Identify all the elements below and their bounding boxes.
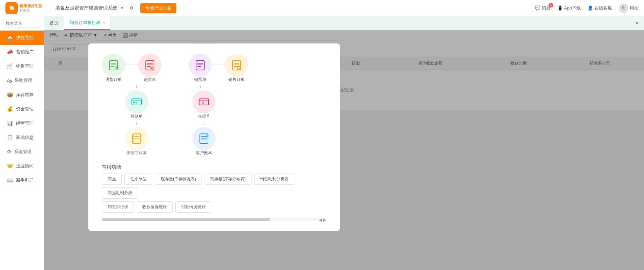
- sidebar: 🏠 快捷导航 📣 营销推广 🛒 销售管理 🛍 采购管理 📦 库存核算 💰: [0, 16, 44, 270]
- sidebar-label-marketing: 营销推广: [16, 49, 34, 55]
- flow-item-supplier-ledger[interactable]: 供应商账本: [125, 127, 148, 156]
- app-wrapper: 畅 畅康通好生意 标准版 装备及固定资产辅助管理系统 ▼ ⚙ 体验行业方案 💬 …: [0, 0, 644, 270]
- window-close-icon[interactable]: ×: [630, 20, 644, 26]
- user-area[interactable]: 用 用友: [619, 3, 639, 13]
- func-btn-partner[interactable]: 往来单位: [124, 174, 152, 185]
- sales-bill-label: 销货单: [194, 77, 206, 83]
- modal-scrollbar-area: ◀ ▶: [102, 218, 326, 221]
- purchase-order-circle: [102, 54, 125, 77]
- sidebar-label-purchase: 采购管理: [15, 77, 32, 84]
- logo-icon: 畅: [5, 2, 18, 14]
- sidebar-item-finance[interactable]: 💰 资金管理: [0, 102, 44, 116]
- sp-a: [102, 83, 125, 90]
- sidebar-item-sales[interactable]: 🛒 销售管理: [0, 59, 44, 73]
- search-input[interactable]: [3, 19, 41, 28]
- func-buttons-row1: 商品 往来单位 现存量(库存状况表) 现存量(库存分布表) 销售毛利分析表 商品…: [102, 174, 326, 199]
- flow-arrows-down2: ↓ ↓: [102, 119, 326, 126]
- func-btn-sales-rank[interactable]: 销售排行榜: [102, 201, 134, 213]
- modal-overlay[interactable]: 进货订单 - - - - → 进货单: [44, 30, 644, 270]
- sidebar-label-guide: 新手引导: [16, 177, 34, 183]
- down-arrow-payment: ↓: [125, 119, 148, 126]
- flow-section: 进货订单 - - - - → 进货单: [102, 54, 326, 156]
- system-title-text: 装备及固定资产辅助管理系统: [55, 5, 117, 11]
- flow-item-sales-bill[interactable]: 销货单: [189, 54, 212, 83]
- app-download-button[interactable]: 📱 App下载: [557, 5, 581, 11]
- down-arrow-purchase: ↓: [125, 83, 148, 90]
- customer-ledger-circle: [192, 127, 215, 150]
- basic-icon: 📋: [7, 134, 13, 141]
- flow-row-2: ¥ 付款单 ¥: [102, 90, 326, 119]
- sidebar-label-collab: 企业协同: [16, 163, 34, 169]
- flow-item-customer-ledger[interactable]: 客户账本: [192, 127, 215, 156]
- sales-order-label: 销售订单: [228, 77, 245, 83]
- purchase-order-label: 进货订单: [105, 77, 122, 83]
- receipt-bill-circle: ¥: [192, 90, 215, 113]
- receipt-bill-label: 收款单: [198, 113, 210, 119]
- scroll-left-icon[interactable]: ◀: [319, 217, 322, 222]
- flow-item-receipt-bill[interactable]: ¥ 收款单: [192, 90, 215, 119]
- trial-button[interactable]: 体验行业方案: [140, 3, 176, 13]
- svg-rect-16: [237, 67, 240, 69]
- top-right-actions: 💬 消息 5 📱 App下载 👤 在线客服 用 用友: [535, 3, 639, 13]
- sidebar-label-inventory: 库存核算: [16, 92, 34, 98]
- inventory-icon: 📦: [7, 92, 13, 98]
- scroll-right-icon[interactable]: ▶: [323, 217, 326, 222]
- flow-item-payment-bill[interactable]: ¥ 付款单: [125, 90, 148, 119]
- sidebar-label-basic: 基础信息: [16, 134, 34, 141]
- sidebar-label-sales: 销售管理: [16, 63, 34, 69]
- operations-icon: 📊: [7, 120, 13, 126]
- common-func-section: 常用功能 商品 往来单位 现存量(库存状况表) 现存量(库存分布表) 销售毛利分…: [102, 164, 326, 213]
- finance-icon: 💰: [7, 106, 13, 112]
- tab-home[interactable]: 首页: [44, 16, 64, 30]
- system-icon: ⚙: [7, 149, 11, 155]
- sp-f: [148, 119, 192, 126]
- payment-bill-circle: ¥: [125, 90, 148, 113]
- sales-icon: 🛒: [7, 63, 13, 69]
- sidebar-item-inventory[interactable]: 📦 库存核算: [0, 88, 44, 102]
- supplier-ledger-circle: [125, 127, 148, 150]
- home-icon: 🏠: [7, 35, 13, 41]
- tab-sales-order[interactable]: 销售订单执行表 ×: [64, 16, 110, 30]
- svg-rect-28: [133, 134, 134, 143]
- tab-bar: 首页 销售订单执行表 × ×: [44, 16, 644, 30]
- flow-item-purchase-order[interactable]: 进货订单: [102, 54, 125, 83]
- sidebar-item-basic[interactable]: 📋 基础信息: [0, 130, 44, 145]
- func-btn-goods[interactable]: 商品: [102, 174, 122, 185]
- scrollbar-thumb[interactable]: [102, 218, 270, 221]
- arrow-h2: ← - - - -: [212, 62, 225, 67]
- sidebar-item-quick-nav[interactable]: 🏠 快捷导航: [0, 31, 44, 45]
- flow-item-sales-order[interactable]: 销售订单: [225, 54, 248, 83]
- message-button[interactable]: 💬 消息 5: [535, 5, 551, 11]
- svg-text:¥: ¥: [202, 101, 204, 105]
- sidebar-item-purchase[interactable]: 🛍 采购管理: [0, 73, 44, 88]
- func-btn-sales-profit[interactable]: 销售毛利分析表: [254, 174, 294, 185]
- sales-bill-circle: [189, 54, 212, 77]
- top-bar: 畅 畅康通好生意 标准版 装备及固定资产辅助管理系统 ▼ ⚙ 体验行业方案 💬 …: [0, 0, 644, 16]
- sidebar-item-operations[interactable]: 📊 经营管理: [0, 116, 44, 130]
- func-btn-stock-status[interactable]: 现存量(库存状况表): [155, 174, 202, 185]
- sp-e: [102, 119, 125, 126]
- marketing-icon: 📣: [7, 49, 13, 55]
- logo-area: 畅 畅康通好生意 标准版: [5, 2, 50, 14]
- tab-close-icon[interactable]: ×: [103, 21, 105, 25]
- sidebar-item-collab[interactable]: 🤝 企业协同: [0, 159, 44, 173]
- guide-icon: 📖: [7, 177, 13, 183]
- system-dropdown-icon[interactable]: ▼: [120, 6, 124, 11]
- sidebar-item-system[interactable]: ⚙ 系统管理: [0, 145, 44, 159]
- func-btn-payment-stats[interactable]: 付款情况统计: [175, 201, 211, 213]
- flow-item-purchase-bill[interactable]: 进货单: [138, 54, 161, 83]
- func-btn-stock-dist[interactable]: 现存量(库存分布表): [205, 174, 251, 185]
- top-sep: [51, 5, 51, 12]
- page-content: 帮助 🖨按模板打印▼ ↗导出 🔄刷新 📅 单据状态 更多条件 查询 设置: [44, 30, 644, 270]
- sidebar-item-marketing[interactable]: 📣 营销推广: [0, 45, 44, 59]
- settings-icon[interactable]: ⚙: [127, 3, 136, 13]
- sidebar-item-guide[interactable]: 📖 新手引导: [0, 173, 44, 187]
- func-btn-receipt-stats[interactable]: 收款情况统计: [137, 201, 173, 213]
- purchase-bill-circle: [138, 54, 161, 77]
- func-btn-goods-profit[interactable]: 商品毛利分析: [102, 187, 138, 199]
- sidebar-label-operations: 经营管理: [16, 120, 34, 126]
- online-service-button[interactable]: 👤 在线客服: [588, 5, 612, 11]
- sp-b: [148, 83, 175, 90]
- customer-ledger-label: 客户账本: [196, 150, 212, 156]
- app-icon: 📱: [557, 5, 563, 11]
